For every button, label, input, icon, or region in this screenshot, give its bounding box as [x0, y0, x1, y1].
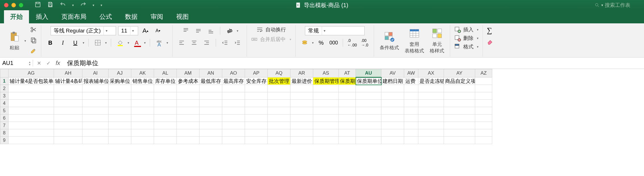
cell-AT1[interactable]: 保质期 [339, 77, 356, 85]
cell-AR7[interactable] [290, 122, 313, 129]
cells-area[interactable]: 辅计量4是否包装单位辅计量4条码报表辅单位采购单位销售单位库存单位参考成本最低库… [9, 77, 492, 144]
cell-AW1[interactable]: 运费 [404, 77, 418, 85]
chevron-down-icon[interactable]: ▾ [130, 26, 136, 35]
font-color-button[interactable]: A [132, 38, 142, 47]
column-header-AL[interactable]: AL [154, 69, 177, 77]
cell-AI6[interactable] [82, 114, 109, 122]
close-window-button[interactable] [4, 3, 9, 7]
cell-AQ1[interactable]: 批次管理 [268, 77, 290, 85]
cell-AH7[interactable] [54, 122, 82, 129]
cell-AQ9[interactable] [268, 137, 290, 144]
cell-AK4[interactable] [131, 100, 154, 107]
cell-AI9[interactable] [82, 137, 109, 144]
cell-AR1[interactable]: 最新进价 [290, 77, 313, 85]
align-right-button[interactable] [201, 38, 212, 47]
cell-AL4[interactable] [154, 100, 177, 107]
chevron-down-icon[interactable]: ▾ [103, 26, 109, 35]
column-header-AN[interactable]: AN [200, 69, 222, 77]
format-cells-button[interactable]: 格式 ▾ [454, 43, 479, 50]
cell-AK8[interactable] [131, 129, 154, 137]
cell-AJ5[interactable] [109, 107, 131, 114]
column-header-AP[interactable]: AP [245, 69, 268, 77]
underline-dropdown[interactable]: ▾ [83, 41, 84, 45]
cell-AK9[interactable] [131, 137, 154, 144]
cell-AS3[interactable] [313, 92, 339, 100]
cell-AI2[interactable] [82, 85, 109, 92]
cell-AY9[interactable] [444, 137, 475, 144]
cell-AS5[interactable] [313, 107, 339, 114]
cell-AU9[interactable] [356, 137, 381, 144]
wrap-text-button[interactable]: 自动换行 [256, 26, 286, 33]
cell-AL2[interactable] [154, 85, 177, 92]
column-header-AU[interactable]: AU [356, 69, 381, 77]
column-header-AT[interactable]: AT [339, 69, 356, 77]
cell-AU8[interactable] [356, 129, 381, 137]
save-icon[interactable] [47, 1, 53, 9]
select-all-corner[interactable] [0, 69, 9, 77]
cell-AX4[interactable] [418, 100, 444, 107]
column-header-AQ[interactable]: AQ [268, 69, 290, 77]
cell-AR8[interactable] [290, 129, 313, 137]
qat-customize[interactable]: ▾ [101, 3, 102, 7]
cell-AG9[interactable] [9, 137, 54, 144]
cell-AY5[interactable] [444, 107, 475, 114]
cell-AG4[interactable] [9, 100, 54, 107]
cell-AK1[interactable]: 销售单位 [131, 77, 154, 85]
copy-button[interactable] [30, 37, 37, 45]
merge-dropdown[interactable]: ▾ [290, 38, 291, 41]
cell-AL1[interactable]: 库存单位 [154, 77, 177, 85]
cell-AS8[interactable] [313, 129, 339, 137]
cell-AN2[interactable] [200, 85, 222, 92]
cell-AK3[interactable] [131, 92, 154, 100]
cell-AJ3[interactable] [109, 92, 131, 100]
cell-AV5[interactable] [381, 107, 404, 114]
column-header-AI[interactable]: AI [82, 69, 109, 77]
cell-AY1[interactable]: 商品自定义项 [444, 77, 475, 85]
cell-AW7[interactable] [404, 122, 418, 129]
fill-color-button[interactable] [115, 38, 125, 47]
increase-indent-button[interactable] [232, 38, 243, 47]
cell-AQ2[interactable] [268, 85, 290, 92]
paste-button[interactable]: 粘贴 [7, 30, 22, 52]
cell-AH2[interactable] [54, 85, 82, 92]
chevron-down-icon[interactable]: ▾ [322, 26, 327, 35]
cell-AR2[interactable] [290, 85, 313, 92]
cell-AM1[interactable]: 参考成本 [177, 77, 200, 85]
cell-AG5[interactable] [9, 107, 54, 114]
increase-decimal-button[interactable]: .0←.00 [347, 38, 357, 47]
font-color-dropdown[interactable]: ▾ [144, 41, 146, 45]
cell-AO7[interactable] [222, 122, 245, 129]
cell-AL6[interactable] [154, 114, 177, 122]
cell-AZ3[interactable] [475, 92, 492, 100]
cell-AU2[interactable] [356, 85, 381, 92]
column-header-AH[interactable]: AH [54, 69, 82, 77]
borders-dropdown[interactable]: ▾ [105, 41, 107, 45]
cell-AJ6[interactable] [109, 114, 131, 122]
cell-AI3[interactable] [82, 92, 109, 100]
tab-数据[interactable]: 数据 [119, 10, 144, 23]
row-header-4[interactable]: 4 [0, 100, 9, 107]
cell-AQ4[interactable] [268, 100, 290, 107]
cell-AO3[interactable] [222, 92, 245, 100]
align-top-button[interactable] [181, 26, 191, 35]
cell-AW3[interactable] [404, 92, 418, 100]
cell-AN5[interactable] [200, 107, 222, 114]
cell-AM4[interactable] [177, 100, 200, 107]
cell-AH9[interactable] [54, 137, 82, 144]
cell-AH4[interactable] [54, 100, 82, 107]
cell-AX3[interactable] [418, 92, 444, 100]
undo-icon[interactable] [60, 1, 66, 9]
cell-AR4[interactable] [290, 100, 313, 107]
cell-AW4[interactable] [404, 100, 418, 107]
italic-button[interactable]: I [58, 38, 68, 47]
row-header-2[interactable]: 2 [0, 85, 9, 92]
cell-AT6[interactable] [339, 114, 356, 122]
cell-AS7[interactable] [313, 122, 339, 129]
minimize-window-button[interactable] [11, 3, 16, 7]
align-center-button[interactable] [189, 38, 199, 47]
column-header-AO[interactable]: AO [222, 69, 245, 77]
autosum-button[interactable]: ∑ [487, 26, 494, 35]
cell-AX7[interactable] [418, 122, 444, 129]
cell-AQ7[interactable] [268, 122, 290, 129]
cell-AR6[interactable] [290, 114, 313, 122]
